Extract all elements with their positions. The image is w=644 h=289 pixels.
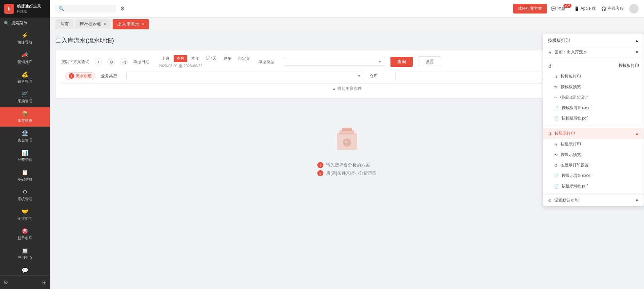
svg-rect-2	[342, 128, 352, 131]
filter-collapse-button[interactable]: ◁	[120, 58, 128, 65]
date-range-display: 2023-06-01 至 2023-06-30	[159, 63, 253, 69]
display-print-item-4[interactable]: 📄 按显示导出excel	[543, 170, 644, 181]
search-menu-label: 搜索菜单	[11, 20, 27, 26]
customer-service-label: 在线客服	[608, 6, 624, 11]
display-print-3-label: 按显示打印设置	[560, 162, 589, 168]
filter-settings-button[interactable]: ⊙	[108, 58, 115, 65]
app-download-label: App下载	[581, 6, 596, 11]
print-dropdown-footer[interactable]: ⚙ 设置默认功能 ▼	[543, 194, 644, 206]
template-print-item-1[interactable]: 🖨 按模板打印	[543, 71, 644, 82]
app-center-icon: 🔲	[22, 247, 28, 254]
top-header: 🔍 ⚙ 体验行业方案 💬 消息 99+ 📱 App下载 🎧 在线客服	[50, 0, 644, 18]
date-tab-this-month[interactable]: 本月	[174, 55, 187, 62]
print-current-label: 当前：出入库流水	[555, 49, 635, 55]
filter-settings-action-button[interactable]: 设置	[418, 56, 441, 67]
sidebar-item-label: 经营管理	[18, 157, 32, 162]
empty-step-2: 2 用[选]条件来缩小分析范围	[317, 170, 377, 176]
sidebar-item-system[interactable]: ⚙ 系统管理	[0, 185, 50, 205]
sidebar-item-label: 快捷导航	[18, 40, 32, 45]
display-print-item-5[interactable]: 📄 按显示导出pdf	[543, 181, 644, 191]
display-print-4-icon: 📄	[554, 174, 559, 178]
industry-solution-button[interactable]: 体验行业方案	[513, 4, 547, 14]
finance-icon: 🏦	[22, 130, 28, 136]
display-print-arrow: ▲	[635, 131, 639, 136]
date-label: 单据日期	[133, 59, 153, 65]
sidebar-item-label: 基础信息	[18, 177, 32, 182]
sidebar-item-finance[interactable]: 🏦 资金管理	[0, 127, 50, 146]
sidebar-item-sales[interactable]: 💰 销售管理	[0, 68, 50, 87]
warehouse-label: 仓库	[370, 73, 390, 79]
template-print-4-icon: 📄	[554, 106, 559, 110]
collapse-label: 收起更多条件	[338, 86, 362, 91]
template-print-item-2[interactable]: 👁 按模板预览	[543, 82, 644, 92]
tab-inventory-flow[interactable]: 出入库流水 ✕	[113, 19, 149, 29]
user-avatar[interactable]	[629, 4, 639, 14]
display-print-5-label: 按显示导出pdf	[562, 183, 588, 189]
customer-service-action[interactable]: 🎧 在线客服	[601, 6, 624, 11]
display-print-3-icon: ⚙	[554, 163, 558, 168]
template-print-header[interactable]: 🖨 按模板打印	[543, 60, 644, 71]
close-batch-account-icon[interactable]: ✕	[104, 22, 107, 26]
template-print-2-icon: 👁	[554, 85, 558, 89]
display-print-header[interactable]: 🖨 按显示打印 ▲	[543, 128, 644, 139]
message-badge: 99+	[563, 4, 571, 8]
wechat-icon: 💬	[22, 267, 28, 273]
tab-home[interactable]: 首页	[55, 19, 74, 29]
sidebar-item-quick-nav[interactable]: ⚡ 快捷导航	[0, 29, 50, 48]
empty-step-1: 1 请先选择要分析的方案	[317, 162, 377, 168]
template-print-icon: 🖨	[548, 63, 552, 68]
business-type-field[interactable]: ▼	[126, 72, 364, 80]
query-button[interactable]: 查询	[390, 57, 413, 67]
sidebar-item-operations[interactable]: 📊 经营管理	[0, 146, 50, 166]
operations-icon: 📊	[22, 150, 28, 156]
template-print-3-label: 模板自定义设计	[560, 95, 588, 100]
template-print-item-3[interactable]: ✏ 模板自定义设计	[543, 92, 644, 103]
date-tab-more[interactable]: 更多	[221, 55, 234, 62]
date-tab-custom[interactable]: 自定义	[235, 55, 253, 62]
sidebar-item-guide[interactable]: 🎯 新手引导	[0, 225, 50, 244]
display-print-section: 🖨 按显示打印 ▲ 🖨 按显示打印 👁 按显示预览 ⚙ 按显示打印设置 📄 按显…	[543, 127, 644, 193]
app-download-action[interactable]: 📱 App下载	[574, 6, 596, 11]
date-tab-last-7-days[interactable]: 近7天	[203, 55, 219, 62]
sidebar-item-label: 新手引导	[18, 236, 32, 241]
message-action[interactable]: 💬 消息 99+	[551, 6, 569, 11]
template-print-item-5[interactable]: 📄 按模板导出pdf	[543, 113, 644, 124]
display-print-5-icon: 📄	[554, 184, 559, 189]
print-collapse-icon[interactable]: ▲	[635, 38, 639, 43]
display-print-item-3[interactable]: ⚙ 按显示打印设置	[543, 160, 644, 170]
tab-bar: 首页 库存批次账 ✕ 出入库流水 ✕	[50, 18, 644, 31]
filter-add-button[interactable]: +	[95, 58, 102, 65]
date-tab-last-month[interactable]: 上月	[159, 55, 172, 62]
search-icon: 🔍	[4, 21, 9, 26]
doc-type-dropdown[interactable]: ▼	[284, 58, 385, 66]
sidebar-item-app-center[interactable]: 🔲 应用中心	[0, 244, 50, 264]
sidebar-item-basic-info[interactable]: 📋 基础信息	[0, 166, 50, 185]
print-dropdown-header: 按模板打印 ▲	[543, 34, 644, 47]
selected-filter-tag[interactable]: ● 流水明细	[65, 72, 95, 80]
service-icon: 🎧	[601, 6, 606, 11]
display-print-2-icon: 👁	[554, 153, 558, 157]
tab-batch-account[interactable]: 库存批次账 ✕	[75, 19, 111, 29]
header-search-box[interactable]: 🔍	[55, 5, 116, 12]
date-tab-this-year[interactable]: 本年	[188, 55, 202, 62]
template-print-item-4[interactable]: 📄 按模板导出excel	[543, 103, 644, 113]
display-print-item-2[interactable]: 👁 按显示预览	[543, 150, 644, 160]
sidebar-item-marketing[interactable]: 📣 营销推广	[0, 48, 50, 68]
sidebar-search[interactable]: 🔍 搜索菜单	[0, 18, 50, 29]
sidebar-item-label: 应用中心	[18, 255, 32, 260]
sidebar-expand-icon[interactable]: ⊞	[42, 279, 47, 286]
display-print-item-1[interactable]: 🖨 按显示打印	[543, 139, 644, 150]
print-current-arrow[interactable]: ▼	[635, 50, 639, 55]
svg-text:?: ?	[345, 140, 347, 145]
sidebar-item-cooperation[interactable]: 🤝 企业协同	[0, 205, 50, 225]
header-search-icon: 🔍	[59, 6, 64, 11]
sidebar-item-wechat[interactable]: 💬 企业微信	[0, 264, 50, 275]
sidebar-item-label: 销售管理	[18, 79, 32, 84]
header-search-input[interactable]	[66, 6, 107, 11]
sidebar-item-inventory[interactable]: 📦 库存核算	[0, 107, 50, 127]
close-inventory-flow-icon[interactable]: ✕	[141, 22, 144, 26]
sidebar-logo: b 畅捷通好生意 标准版	[0, 0, 50, 18]
sidebar-settings-icon[interactable]: ⚙	[3, 279, 8, 286]
header-gear-button[interactable]: ⚙	[120, 5, 125, 12]
sidebar-item-purchase[interactable]: 🛒 采购管理	[0, 87, 50, 107]
